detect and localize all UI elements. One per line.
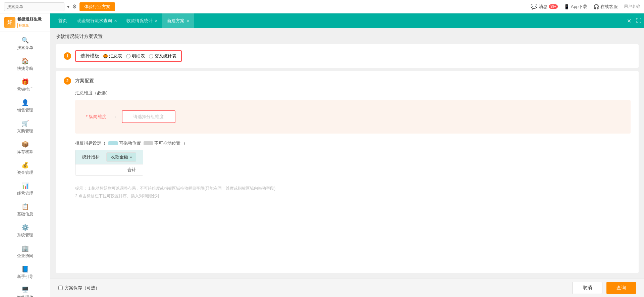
box-icon: 📦	[21, 141, 29, 148]
industry-trial-button[interactable]: 体验行业方案	[79, 2, 115, 11]
arrow-icon: →	[111, 113, 117, 120]
sidebar-item-finance[interactable]: 💰 资金管理	[0, 158, 50, 179]
headset-icon: 🎧	[593, 4, 599, 9]
cart-icon: 🛒	[21, 120, 29, 127]
sidebar-item-search[interactable]: 🔍 搜索菜单	[0, 33, 50, 54]
online-service-item[interactable]: 🎧 在线客服	[593, 4, 618, 10]
book-icon: 📘	[21, 265, 29, 273]
app-download-item[interactable]: 📱 App下载	[564, 4, 587, 10]
sidebar-item-quick-nav[interactable]: 🏠 快捷导航	[0, 54, 50, 75]
query-button[interactable]: 查询	[606, 282, 636, 294]
sidebar-item-system[interactable]: ⚙️ 系统管理	[0, 220, 50, 241]
dimension-placeholder[interactable]: 请选择分组维度	[122, 110, 175, 123]
sidebar-item-purchase[interactable]: 🛒 采购管理	[0, 116, 50, 137]
tab-bank-flow-close[interactable]: ✕	[114, 19, 117, 23]
cancel-button[interactable]: 取消	[572, 282, 602, 294]
sidebar-item-management[interactable]: 📊 经营管理	[0, 179, 50, 200]
tab-new-plan-close[interactable]: ✕	[186, 19, 190, 23]
page-title: 收款情况统计方案设置	[56, 34, 639, 40]
column-header-cell[interactable]: 收款金额 ▾	[106, 152, 136, 162]
vertical-label: * 纵向维度	[86, 114, 106, 120]
dropdown-icon[interactable]: ▾	[67, 4, 69, 9]
sidebar-logo-icon: 好	[4, 17, 15, 28]
indicator-settings-label: 模板指标设定（	[75, 140, 106, 146]
message-icon: 💬	[531, 3, 537, 10]
sidebar-item-corp-collab[interactable]: 🏢 企业协同	[0, 241, 50, 262]
tip-line2: 2.点击标题栏下拉可设置排序、插入列和删除列	[75, 192, 631, 200]
money-icon: 💰	[21, 161, 29, 169]
radio-detail[interactable]: 明细表	[126, 53, 145, 59]
search-icon: 🔍	[21, 37, 29, 44]
tip-line1: 提示： 1.拖动标题栏可以调整布局，不可跨维度或指标区域拖动栏目字段(只能在同一…	[75, 185, 631, 192]
tab-bar-expand-btn[interactable]: ⛶	[636, 18, 641, 24]
chart-icon: 📊	[21, 182, 29, 190]
tab-collection-stat-close[interactable]: ✕	[155, 19, 158, 23]
sidebar-item-inventory[interactable]: 📦 库存核算	[0, 137, 50, 158]
search-input[interactable]	[4, 2, 64, 11]
person-icon: 👤	[21, 99, 29, 106]
radio-summary[interactable]: 汇总表	[103, 53, 122, 59]
tab-bank-flow[interactable]: 现金银行流水查询 ✕	[72, 13, 122, 28]
gear-icon[interactable]: ⚙	[72, 3, 77, 10]
tab-home[interactable]: 首页	[53, 13, 72, 28]
tab-bar-close-btn[interactable]: ✕	[627, 18, 631, 24]
tab-new-plan[interactable]: 新建方案 ✕	[162, 13, 194, 28]
sidebar-item-basic-info[interactable]: 📋 基础信息	[0, 200, 50, 220]
home-icon: 🏠	[21, 57, 29, 65]
notification-badge: 99+	[549, 4, 558, 9]
tab-collection-stat[interactable]: 收款情况统计 ✕	[122, 13, 162, 28]
stats-label: 统计指标	[82, 154, 100, 160]
step2-num: 2	[64, 77, 71, 85]
building-icon: 🏢	[21, 245, 29, 252]
sidebar-logo-tag: 标准版	[17, 23, 30, 28]
system-icon: ⚙️	[21, 224, 29, 231]
sidebar-item-beginner[interactable]: 📘 新手引导	[0, 262, 50, 283]
gift-icon: 🎁	[21, 78, 29, 86]
clipboard-icon: 📋	[21, 203, 29, 210]
draggable-legend[interactable]: 可拖动位置	[108, 140, 141, 146]
step1-num: 1	[64, 52, 71, 60]
notification-item[interactable]: 💬 消息 99+	[531, 3, 558, 10]
sidebar-item-sales[interactable]: 👤 销售管理	[0, 96, 50, 116]
sidebar-item-smart-hw[interactable]: 🖥️ 智能硬件	[0, 283, 50, 297]
sidebar-item-marketing[interactable]: 🎁 营销推广	[0, 75, 50, 96]
user-name: 用户名称	[624, 4, 640, 9]
save-plan-checkbox[interactable]: 方案保存（可选）	[58, 285, 100, 291]
dimension-title: 汇总维度（必选）	[75, 90, 631, 96]
monitor-icon: 🖥️	[21, 286, 29, 294]
download-icon: 📱	[564, 4, 570, 9]
sidebar-logo-text: 畅捷通好生意	[17, 17, 42, 22]
step1-label: 选择模板	[80, 53, 99, 59]
radio-cross[interactable]: 交叉统计表	[149, 53, 176, 59]
total-row: 合计	[75, 164, 143, 175]
fixed-legend: 不可拖动位置	[144, 140, 180, 146]
step2-label: 方案配置	[75, 78, 94, 84]
